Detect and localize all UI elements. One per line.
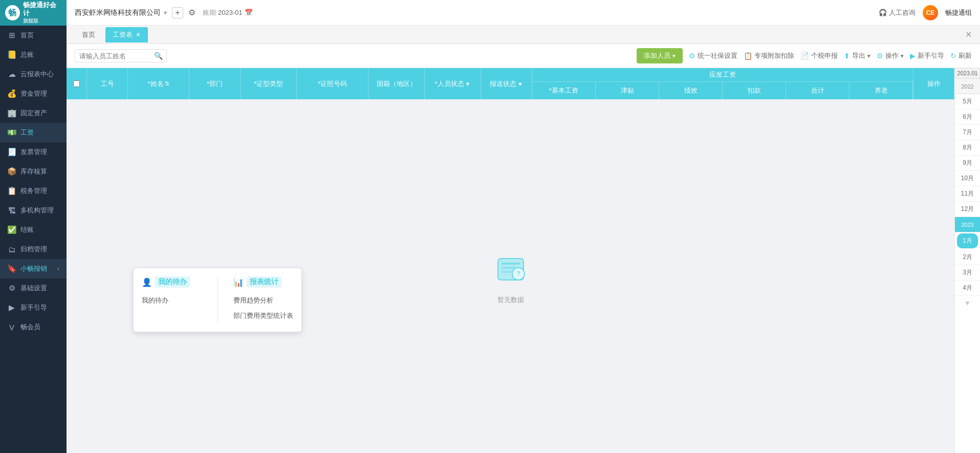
close-all-button[interactable]: ✕ xyxy=(965,30,972,39)
th-salary-title: 应发工资 xyxy=(532,68,913,82)
sidebar-item-tax[interactable]: 📋 税务管理 xyxy=(0,181,67,201)
sidebar-item-label: 多机构管理 xyxy=(20,206,54,215)
sidebar-item-member[interactable]: V 畅会员 xyxy=(0,317,67,337)
new-guide-button[interactable]: ▶ 新手引导 xyxy=(910,51,944,60)
svg-rect-1 xyxy=(502,263,520,265)
service-button[interactable]: 🎧 人工咨询 xyxy=(879,8,916,17)
sidebar-item-multi-org[interactable]: 🏗 多机构管理 xyxy=(0,201,67,220)
popup-dept-expense-item[interactable]: 部门费用类型统计表 xyxy=(233,308,294,323)
popup-menu: 👤 我的待办 我的待办 📊 报表统计 费用趋势分析 xyxy=(133,268,302,332)
status-filter-icon[interactable]: ▼ xyxy=(465,81,471,87)
guide-icon: ▶ xyxy=(7,303,16,312)
date-month-9[interactable]: 9月 xyxy=(955,156,980,171)
th-checkbox[interactable] xyxy=(67,68,87,99)
sidebar-item-salary[interactable]: 💵 工资 xyxy=(0,123,67,142)
todo-icon: 👤 xyxy=(142,277,152,287)
date-month-6[interactable]: 6月 xyxy=(955,110,980,125)
date-month-10[interactable]: 10月 xyxy=(955,171,980,186)
popup-divider xyxy=(217,276,218,323)
assets-icon: 🏢 xyxy=(7,109,16,118)
invoice-icon: 🧾 xyxy=(7,147,16,157)
calendar-icon[interactable]: 📅 xyxy=(245,9,253,16)
th-number: 工号 xyxy=(87,68,128,99)
sidebar-item-label: 云报表中心 xyxy=(20,70,54,79)
operation-button[interactable]: ⚙ 操作 ▾ xyxy=(877,51,904,60)
operation-label: 操作 xyxy=(885,51,899,60)
deduction-button[interactable]: 📋 专项附加扣除 xyxy=(744,51,794,60)
settings-icon[interactable]: ⚙ xyxy=(188,8,195,17)
tab-salary-table[interactable]: 工资表 ✕ xyxy=(105,27,148,42)
date-month-5[interactable]: 5月 xyxy=(955,94,980,110)
sidebar-item-expense[interactable]: 🔖 小畅报销 ‹ xyxy=(0,259,67,278)
date-month-4[interactable]: 4月 xyxy=(955,281,980,296)
export-button[interactable]: ⬆ 导出 ▾ xyxy=(844,51,870,60)
sidebar-item-label: 资金管理 xyxy=(20,89,47,98)
ledger-icon: 📒 xyxy=(7,50,16,59)
export-arrow-icon: ▾ xyxy=(867,53,870,59)
popup-expense-trend-item[interactable]: 费用趋势分析 xyxy=(233,293,294,308)
sidebar-item-invoice[interactable]: 🧾 发票管理 xyxy=(0,142,67,162)
popup-col1-title: 👤 我的待办 xyxy=(142,276,202,288)
th-name: *姓名 ⇅ xyxy=(128,68,189,99)
main-content: 西安虾米网络科技有限公司 ▾ + ⚙ 账期 2023-01 📅 🎧 人工咨询 C… xyxy=(67,0,980,453)
toolbar-right: 添加人员 ▾ ⚙ 统一社保设置 📋 专项附加扣除 📄 个税申报 ⬆ 导出 ▾ ⚙ xyxy=(637,48,972,63)
date-month-8[interactable]: 8月 xyxy=(955,140,980,156)
service-label: 人工咨询 xyxy=(889,8,916,17)
social-security-button[interactable]: ⚙ 统一社保设置 xyxy=(689,51,737,60)
date-month-12[interactable]: 12月 xyxy=(955,202,980,217)
operation-arrow-icon: ▾ xyxy=(901,53,904,59)
add-person-button[interactable]: 添加人员 ▾ xyxy=(637,48,683,63)
sidebar-item-inventory[interactable]: 📦 库存核算 xyxy=(0,162,67,181)
select-all-checkbox[interactable] xyxy=(73,80,80,87)
sidebar-item-label: 固定资产 xyxy=(20,109,47,118)
headset-icon: 🎧 xyxy=(879,9,887,16)
export-label: 导出 xyxy=(852,51,865,60)
search-box: 🔍 xyxy=(75,49,167,62)
date-month-3[interactable]: 3月 xyxy=(955,265,980,281)
popup-col2-title: 📊 报表统计 xyxy=(233,276,294,288)
topbar-right: 🎧 人工咨询 CE 畅捷通组 xyxy=(879,5,972,20)
sidebar-item-archive[interactable]: 🗂 归档管理 xyxy=(0,240,67,259)
date-month-7[interactable]: 7月 xyxy=(955,125,980,140)
add-company-button[interactable]: + xyxy=(172,7,183,18)
sidebar-item-guide[interactable]: ▶ 新手引导 xyxy=(0,298,67,317)
tax-return-button[interactable]: 📄 个税申报 xyxy=(800,51,838,60)
search-icon: 🔍 xyxy=(154,52,163,60)
popup-todo-item[interactable]: 我的待办 xyxy=(142,293,202,308)
inventory-icon: 📦 xyxy=(7,167,16,176)
deduction-label: 专项附加扣除 xyxy=(754,51,794,60)
popup-section: 👤 我的待办 我的待办 📊 报表统计 费用趋势分析 xyxy=(142,276,293,323)
th-pension: 养老 xyxy=(850,82,913,99)
expense-icon: 🔖 xyxy=(7,264,16,273)
sidebar-item-home[interactable]: ⊞ 首页 xyxy=(0,26,67,45)
date-month-2[interactable]: 2月 xyxy=(955,250,980,265)
refresh-button[interactable]: ↻ 刷新 xyxy=(950,51,972,60)
avatar-text: CE xyxy=(926,9,935,16)
chart-icon: 📊 xyxy=(233,277,244,287)
search-input[interactable] xyxy=(79,52,151,60)
sidebar-item-settlement[interactable]: ✅ 结账 xyxy=(0,220,67,240)
date-month-11[interactable]: 11月 xyxy=(955,186,980,202)
th-report: 报送状态 ▼ xyxy=(481,68,532,99)
tab-close-icon[interactable]: ✕ xyxy=(136,31,141,38)
th-country: 国籍（地区） xyxy=(368,68,425,99)
date-year-top: 2023.01 xyxy=(955,68,980,79)
sidebar-item-ledger[interactable]: 📒 总账 xyxy=(0,45,67,64)
sidebar-item-label: 发票管理 xyxy=(20,147,47,157)
sidebar-item-label: 归档管理 xyxy=(20,245,47,254)
sidebar-item-basic[interactable]: ⚙ 基础设置 xyxy=(0,278,67,298)
date-month-1-active[interactable]: 1月 xyxy=(957,233,978,249)
company-selector[interactable]: 西安虾米网络科技有限公司 ▾ xyxy=(75,8,167,17)
date-scroll-down[interactable]: ▼ xyxy=(955,296,980,310)
sidebar-item-fixed-assets[interactable]: 🏢 固定资产 xyxy=(0,103,67,123)
sidebar-item-cloud-report[interactable]: ☁ 云报表中心 xyxy=(0,64,67,84)
sidebar-item-fund[interactable]: 💰 资金管理 xyxy=(0,84,67,103)
salary-icon: 💵 xyxy=(7,128,16,137)
topbar: 西安虾米网络科技有限公司 ▾ + ⚙ 账期 2023-01 📅 🎧 人工咨询 C… xyxy=(67,0,980,26)
tabbar: 首页 工资表 ✕ ✕ xyxy=(67,26,980,44)
tab-home[interactable]: 首页 xyxy=(75,27,102,42)
report-filter-icon[interactable]: ▼ xyxy=(517,81,523,87)
sidebar-item-label: 总账 xyxy=(20,50,34,59)
add-btn-arrow-icon: ▾ xyxy=(672,53,676,59)
period-label: 账期 xyxy=(203,8,216,17)
